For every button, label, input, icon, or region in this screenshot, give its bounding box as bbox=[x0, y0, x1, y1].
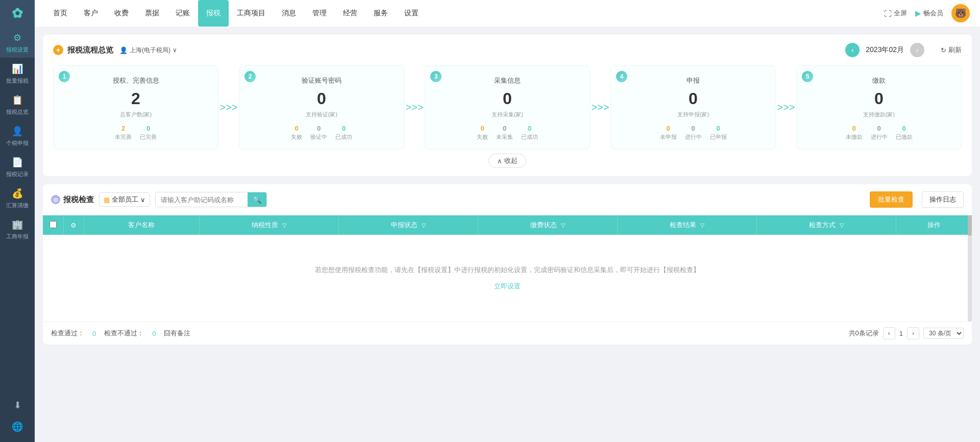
select-all-checkbox[interactable] bbox=[50, 221, 57, 228]
sidebar-item-jilu[interactable]: 📄 报税记录 bbox=[0, 151, 35, 182]
search-input[interactable] bbox=[156, 193, 248, 206]
nav-settings[interactable]: 设置 bbox=[396, 0, 427, 27]
nav-business[interactable]: 工商项目 bbox=[229, 0, 274, 27]
sidebar-item-label: 工商年报 bbox=[6, 233, 29, 240]
refresh-icon: ↻ bbox=[941, 46, 946, 54]
stat-item: 0 验证中 bbox=[310, 125, 327, 141]
nav-service[interactable]: 服务 bbox=[365, 0, 396, 27]
stat-item: 0 已成功 bbox=[335, 125, 352, 141]
nav-customer[interactable]: 客户 bbox=[76, 0, 106, 27]
step-stats-4: 0 未申报 0 进行中 0 已申报 bbox=[619, 125, 767, 141]
note-label: 囧有备注 bbox=[164, 329, 190, 338]
step-stats-5: 0 未缴款 0 进行中 0 已缴款 bbox=[805, 125, 953, 141]
flow-overview-title: 报税流程总览 bbox=[67, 45, 113, 55]
step-subtitle-1: 总客户数(家) bbox=[62, 111, 210, 118]
prev-month-btn[interactable]: ‹ bbox=[845, 43, 860, 57]
stat-label-fail: 未完善 bbox=[115, 133, 132, 141]
stat-label-done: 已申报 bbox=[710, 133, 727, 141]
search-box: 🔍 bbox=[155, 192, 267, 207]
personal-tax-icon: 👤 bbox=[11, 125, 23, 137]
th-declare-label: 申报状态 bbox=[391, 221, 418, 229]
collapse-btn[interactable]: ∧ 收起 bbox=[488, 154, 526, 168]
staff-filter[interactable]: ▦ 全部员工 ∨ bbox=[99, 192, 150, 207]
th-filter-icon[interactable]: ▽ bbox=[840, 222, 844, 228]
th-filter-icon[interactable]: ▽ bbox=[700, 222, 704, 228]
op-log-button[interactable]: 操作日志 bbox=[922, 191, 964, 208]
download-icon: ⬇ bbox=[11, 399, 23, 411]
next-month-btn[interactable]: › bbox=[910, 43, 924, 57]
step-subtitle-4: 支持申报(家) bbox=[619, 111, 767, 118]
collapse-icon: ∧ bbox=[497, 157, 502, 165]
batch-check-button[interactable]: 批量检查 bbox=[870, 191, 913, 208]
stat-num-fail: 0 bbox=[295, 125, 298, 132]
refresh-btn[interactable]: ↻ 刷新 bbox=[941, 45, 962, 55]
nav-message[interactable]: 消息 bbox=[274, 0, 304, 27]
step-subtitle-2: 支持验证(家) bbox=[248, 111, 396, 118]
flow-overview-card: + 报税流程总览 👤 上海(电子税局) ∨ ‹ 2023年02月 › ↻ 刷新 bbox=[43, 35, 972, 176]
vertical-scrollbar[interactable] bbox=[968, 215, 972, 322]
location-badge[interactable]: 👤 上海(电子税局) ∨ bbox=[119, 46, 177, 55]
sidebar-download-btn[interactable]: ⬇ bbox=[0, 394, 35, 415]
settings-icon[interactable]: ⚙ bbox=[70, 222, 77, 229]
step-title-3: 采集信息 bbox=[433, 76, 581, 85]
check-pass-value[interactable]: 0 bbox=[92, 330, 96, 337]
fullscreen-btn[interactable]: ⛶ 全屏 bbox=[884, 9, 907, 18]
stat-label-mid: 进行中 bbox=[871, 133, 888, 141]
sidebar-global-btn[interactable]: 🌐 bbox=[0, 415, 35, 437]
th-filter-icon[interactable]: ▽ bbox=[422, 222, 426, 228]
nav-fees[interactable]: 收费 bbox=[106, 0, 137, 27]
th-settings: ⚙ bbox=[63, 215, 84, 235]
step-title-4: 申报 bbox=[619, 76, 767, 85]
th-filter-icon[interactable]: ▽ bbox=[282, 222, 286, 228]
stat-label-done: 已成功 bbox=[335, 133, 352, 141]
top-nav: 首页 客户 收费 票据 记账 报税 工商项目 消息 管理 经营 服务 设置 ⛶ … bbox=[35, 0, 980, 27]
per-page-select[interactable]: 30 条/页 bbox=[923, 328, 964, 339]
stat-item: 2 未完善 bbox=[115, 125, 132, 141]
tax-settings-icon: ⚙ bbox=[11, 32, 23, 44]
th-check-method-label: 检查方式 bbox=[809, 221, 836, 229]
th-filter-icon[interactable]: ▽ bbox=[561, 222, 565, 228]
sidebar-item-gongshangnianbaoo[interactable]: 🏢 工商年报 bbox=[0, 213, 35, 244]
flow-step-5: 5 缴款 0 支持缴款(家) 0 未缴款 0 进行中 bbox=[796, 65, 962, 150]
nav-home[interactable]: 首页 bbox=[45, 0, 76, 27]
sidebar-item-huisuan[interactable]: 💰 汇算清缴 bbox=[0, 182, 35, 213]
prev-page-btn[interactable]: ‹ bbox=[883, 327, 895, 339]
nav-operation[interactable]: 经营 bbox=[335, 0, 365, 27]
stat-label-mid: 验证中 bbox=[310, 133, 327, 141]
nav-manage[interactable]: 管理 bbox=[304, 0, 335, 27]
stat-label-mid: 进行中 bbox=[685, 133, 702, 141]
stat-label-done: 已缴款 bbox=[896, 133, 913, 141]
scrollbar-thumb[interactable] bbox=[968, 215, 972, 236]
next-page-btn[interactable]: › bbox=[907, 327, 919, 339]
nav-tax[interactable]: 报税 bbox=[198, 0, 229, 27]
stat-num-done: 0 bbox=[342, 125, 346, 132]
sidebar-item-baoshuishezhi[interactable]: ⚙ 报税设置 bbox=[0, 27, 35, 58]
step-title-5: 缴款 bbox=[805, 76, 953, 85]
sidebar-item-label: 报税记录 bbox=[6, 170, 29, 178]
sidebar-item-zonglan[interactable]: 📋 报税总览 bbox=[0, 89, 35, 120]
nav-bookkeeping[interactable]: 记账 bbox=[167, 0, 198, 27]
setup-link[interactable]: 立即设置 bbox=[494, 282, 521, 290]
check-fail-value[interactable]: 0 bbox=[152, 330, 156, 337]
flow-step-1: 1 授权、完善信息 2 总客户数(家) 2 未完善 0 已完善 bbox=[53, 65, 218, 150]
stat-item: 0 进行中 bbox=[685, 125, 702, 141]
check-title: ◎ 报税检查 bbox=[51, 195, 94, 205]
member-btn[interactable]: ▶ 畅会员 bbox=[915, 9, 943, 18]
step-num-5: 5 bbox=[802, 71, 813, 82]
sidebar-item-piliang[interactable]: 📊 批量报税 bbox=[0, 58, 35, 89]
user-avatar[interactable]: 🐻 bbox=[951, 4, 970, 22]
sidebar-item-geshui[interactable]: 👤 个税申报 bbox=[0, 120, 35, 151]
th-tax-type: 纳税性质 ▽ bbox=[200, 215, 339, 235]
main-wrapper: 首页 客户 收费 票据 记账 报税 工商项目 消息 管理 经营 服务 设置 ⛶ … bbox=[35, 0, 980, 442]
th-check-method: 检查方式 ▽ bbox=[756, 215, 896, 235]
stat-num-done: 0 bbox=[528, 125, 531, 132]
tax-check-title-text: 报税检查 bbox=[63, 195, 94, 205]
step-arrow-1: >>> bbox=[218, 65, 239, 150]
collapse-row: ∧ 收起 bbox=[53, 154, 962, 168]
app-logo: ✿ bbox=[0, 0, 35, 27]
search-button[interactable]: 🔍 bbox=[248, 192, 266, 207]
th-customer-label: 客户名称 bbox=[128, 221, 155, 229]
batch-tax-icon: 📊 bbox=[11, 63, 23, 75]
nav-invoice[interactable]: 票据 bbox=[137, 0, 167, 27]
tax-check-card: ◎ 报税检查 ▦ 全部员工 ∨ 🔍 批量检查 操作日志 bbox=[43, 184, 972, 345]
